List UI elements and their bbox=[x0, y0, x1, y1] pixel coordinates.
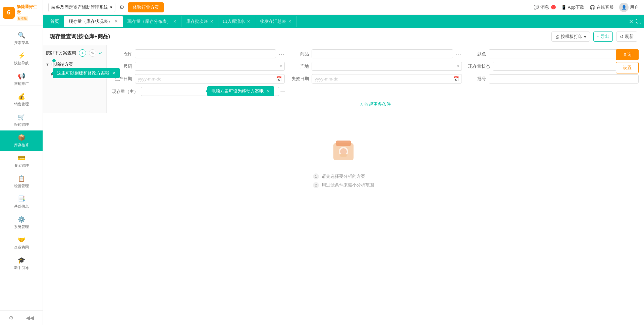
sidebar-item-inventory[interactable]: 📦库存核算 bbox=[0, 130, 43, 151]
sidebar-item-guide[interactable]: 🎓新手引导 bbox=[0, 253, 43, 274]
refresh-button[interactable]: ↺ 刷新 bbox=[616, 32, 637, 42]
stock-qty-label: 现存量（主） bbox=[112, 89, 138, 95]
sidebar: 6 畅捷通好生意 标准版 🔍搜索菜单⚡快捷导航📢营销推广💰销售管理🛒采购管理📦库… bbox=[0, 0, 43, 325]
system-selector-chevron: ▾ bbox=[110, 5, 112, 10]
warehouse-label: 仓库 bbox=[112, 51, 132, 57]
sidebar-item-quick-nav[interactable]: ⚡快捷导航 bbox=[0, 49, 43, 69]
sidebar-item-basic-info[interactable]: 📑基础信息 bbox=[0, 192, 43, 212]
app-download-btn[interactable]: 📱 App下载 bbox=[561, 4, 584, 10]
tab-close-inout-flow[interactable]: ✕ bbox=[247, 19, 250, 24]
product-label: 商品 bbox=[289, 51, 309, 57]
sidebar-item-system[interactable]: ⚙️系统管理 bbox=[0, 212, 43, 233]
tab-stock-status[interactable]: 现存量（库存状况表）✕ bbox=[64, 16, 123, 27]
settings-icon[interactable]: ⚙ bbox=[9, 315, 13, 321]
messages-label: 消息 bbox=[540, 4, 549, 10]
user-btn[interactable]: 👤 用户 bbox=[619, 3, 639, 12]
filter-row-4: 现存量（主） — bbox=[112, 87, 639, 96]
filter-row-1: 仓库 ⋯ 商品 ⋯ 颜色 ▾ bbox=[112, 49, 639, 58]
sidebar-icon-enterprise: 🤝 bbox=[18, 236, 25, 243]
tab-home[interactable]: 首页 bbox=[46, 16, 64, 27]
search-button[interactable]: 查询 bbox=[616, 49, 639, 60]
set-button[interactable]: 设置 bbox=[616, 62, 639, 73]
tooltip-scheme: 这里可以创建和修改方案哦 ✕ bbox=[53, 68, 120, 78]
add-scheme-button[interactable]: + bbox=[79, 49, 86, 57]
sidebar-item-enterprise[interactable]: 🤝企业协同 bbox=[0, 233, 43, 253]
sidebar-item-search[interactable]: 🔍搜索菜单 bbox=[0, 28, 43, 49]
system-selector[interactable]: 装备及固定资产辅助管理系统 ▾ bbox=[48, 3, 115, 12]
sidebar-icon-finance: 💳 bbox=[18, 154, 25, 162]
tab-receive-summary[interactable]: 收发存汇总表✕ bbox=[255, 16, 297, 27]
tab-close-all-icon[interactable]: ✕ bbox=[629, 18, 633, 25]
scheme-desktop-arrow: ▼ bbox=[46, 62, 49, 66]
sidebar-icon-marketing: 📢 bbox=[18, 72, 25, 80]
warehouse-input[interactable] bbox=[135, 49, 276, 58]
sidebar-item-sales[interactable]: 💰销售管理 bbox=[0, 90, 43, 110]
tooltip-desktop-close[interactable]: ✕ bbox=[266, 89, 270, 94]
messages-btn[interactable]: 💬 消息 9 bbox=[534, 4, 556, 10]
sidebar-label-inventory: 库存核算 bbox=[14, 143, 29, 148]
edit-scheme-button[interactable]: ✎ bbox=[89, 49, 96, 57]
production-date-calendar-icon[interactable]: 📅 bbox=[276, 76, 282, 82]
tab-close-stock-status[interactable]: ✕ bbox=[114, 19, 118, 24]
sidebar-label-enterprise: 企业协同 bbox=[14, 245, 29, 250]
expiry-date-calendar-icon[interactable]: 📅 bbox=[453, 76, 459, 82]
scheme-arrow-icon[interactable]: « bbox=[99, 50, 102, 56]
print-template-button[interactable]: 🖨 按模板打印 ▾ bbox=[551, 32, 590, 42]
sidebar-icon-quick-nav: ⚡ bbox=[18, 52, 25, 59]
tab-inout-flow[interactable]: 出入库流水✕ bbox=[218, 16, 255, 27]
filter-origin: 产地 ▾ bbox=[289, 62, 462, 71]
tab-label-stock-dist: 现存量（库存分布表） bbox=[127, 18, 171, 24]
sidebar-icon-operations: 📋 bbox=[18, 175, 25, 182]
range-separator: — bbox=[280, 89, 285, 94]
svg-rect-4 bbox=[340, 154, 347, 157]
stock-status-label: 现存量状态 bbox=[466, 63, 490, 69]
expiry-date-label: 失效日期 bbox=[289, 76, 309, 82]
sidebar-label-search: 搜索菜单 bbox=[14, 40, 29, 45]
sidebar-icon-basic-info: 📑 bbox=[18, 195, 25, 203]
hint-text-1: 请先选择要分析的方案 bbox=[322, 173, 365, 179]
scheme-panel: 按以下方案查询 + ✎ « ▼ 电脑端方案 bbox=[43, 45, 107, 113]
filter-fields-panel: 仓库 ⋯ 商品 ⋯ 颜色 ▾ bbox=[107, 45, 644, 113]
online-support-label: 在线客服 bbox=[596, 4, 614, 10]
page-toolbar: 现存量查询(按仓库+商品) 🖨 按模板打印 ▾ ↑ 导出 ↺ 刷新 bbox=[43, 28, 644, 45]
collapse-sidebar-icon[interactable]: ◀◀ bbox=[26, 315, 34, 321]
tab-close-batch-ledger[interactable]: ✕ bbox=[210, 19, 213, 24]
toolbar-actions: 🖨 按模板打印 ▾ ↑ 导出 ↺ 刷新 bbox=[551, 32, 638, 42]
expiry-date-input[interactable]: yyyy-mm-dd 📅 bbox=[312, 74, 462, 84]
collapse-label: 收起更多条件 bbox=[365, 101, 391, 107]
sidebar-item-marketing[interactable]: 📢营销推广 bbox=[0, 69, 43, 90]
batch-input[interactable] bbox=[489, 74, 639, 84]
sidebar-item-purchase[interactable]: 🛒采购管理 bbox=[0, 110, 43, 130]
sidebar-label-sales: 销售管理 bbox=[14, 102, 29, 107]
filter-expiry-date: 失效日期 yyyy-mm-dd 📅 bbox=[289, 74, 462, 84]
export-button[interactable]: ↑ 导出 bbox=[593, 32, 613, 42]
warehouse-more-icon[interactable]: ⋯ bbox=[279, 50, 285, 58]
top-header: 装备及固定资产辅助管理系统 ▾ ⚙ 体验行业方案 💬 消息 9 📱 App下载 … bbox=[43, 0, 644, 15]
sidebar-label-purchase: 采购管理 bbox=[14, 122, 29, 127]
tab-fullscreen-icon[interactable]: ⛶ bbox=[636, 18, 641, 24]
sidebar-item-operations[interactable]: 📋经营管理 bbox=[0, 171, 43, 192]
tab-stock-dist[interactable]: 现存量（库存分布表）✕ bbox=[123, 16, 181, 27]
product-more-icon[interactable]: ⋯ bbox=[456, 50, 462, 58]
tab-close-receive-summary[interactable]: ✕ bbox=[288, 19, 291, 24]
sidebar-label-basic-info: 基础信息 bbox=[14, 204, 29, 209]
tab-batch-ledger[interactable]: 库存批次账✕ bbox=[181, 16, 218, 27]
tooltip-scheme-close[interactable]: ✕ bbox=[112, 71, 116, 76]
sidebar-icon-search: 🔍 bbox=[18, 32, 25, 39]
tab-label-receive-summary: 收发存汇总表 bbox=[260, 18, 286, 24]
product-input[interactable] bbox=[312, 49, 453, 58]
filter-title: 按以下方案查询 bbox=[46, 50, 76, 56]
sidebar-item-finance[interactable]: 💳资金管理 bbox=[0, 151, 43, 171]
sidebar-icon-inventory: 📦 bbox=[18, 134, 25, 141]
size-select[interactable] bbox=[135, 62, 285, 71]
sidebar-label-quick-nav: 快捷导航 bbox=[14, 61, 29, 66]
user-label: 用户 bbox=[630, 4, 639, 10]
header-settings-icon[interactable]: ⚙ bbox=[119, 4, 124, 10]
trial-button[interactable]: 体验行业方案 bbox=[128, 2, 164, 12]
collapse-button[interactable]: ∧ 收起更多条件 bbox=[360, 101, 391, 107]
tooltip-scheme-text: 这里可以创建和修改方案哦 bbox=[57, 70, 109, 76]
production-date-input[interactable]: yyyy-mm-dd 📅 bbox=[135, 74, 285, 84]
origin-select[interactable] bbox=[312, 62, 462, 71]
online-support-btn[interactable]: 🎧 在线客服 bbox=[590, 4, 614, 10]
tab-close-stock-dist[interactable]: ✕ bbox=[173, 19, 176, 24]
